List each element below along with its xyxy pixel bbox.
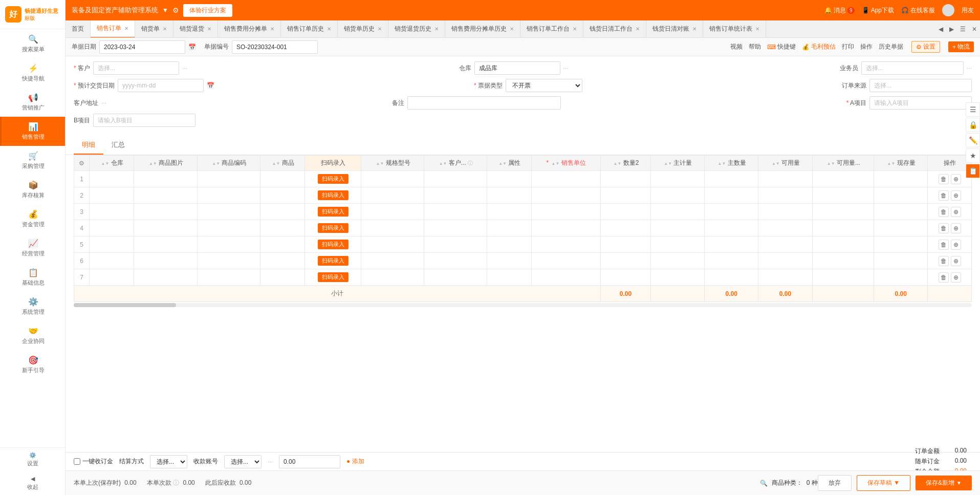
row-3-scan[interactable]: 扫码录入	[305, 204, 361, 220]
salesperson-more-icon[interactable]: ···	[967, 64, 972, 72]
row-1-main-qty[interactable]	[704, 171, 758, 187]
payment-amount-input[interactable]	[279, 455, 340, 468]
tab-close-12[interactable]: ✕	[755, 26, 759, 32]
float-btn-1[interactable]: ☰	[966, 102, 980, 117]
tab-close-9[interactable]: ✕	[573, 26, 577, 32]
tab-12[interactable]: 销售订单统计表✕	[703, 20, 766, 38]
tab-5[interactable]: 销售订单历史✕	[281, 20, 338, 38]
row-4-attr[interactable]	[487, 220, 531, 236]
row-6-code[interactable]	[197, 253, 260, 269]
row-2-code[interactable]	[197, 187, 260, 204]
row-2-main-qty[interactable]	[704, 187, 758, 204]
row-2-available2[interactable]	[812, 187, 874, 204]
toolbar-action-1[interactable]: 帮助	[749, 42, 761, 51]
tab-close-8[interactable]: ✕	[510, 26, 514, 32]
warehouse-more-icon[interactable]: ···	[563, 64, 569, 72]
copy-btn-2[interactable]: ⊕	[951, 190, 961, 201]
settings-top-button[interactable]: ⚙ 设置	[911, 41, 940, 53]
delete-btn-2[interactable]: 🗑	[939, 190, 949, 201]
scan-btn-4[interactable]: 扫码录入	[318, 223, 349, 233]
row-3-warehouse[interactable]	[90, 204, 134, 220]
sidebar-item-销售管理[interactable]: 📊销售管理	[0, 117, 65, 146]
scrollbar-thumb[interactable]	[74, 303, 176, 307]
tab-nav-menu[interactable]: ☰	[957, 20, 969, 38]
copy-btn-3[interactable]: ⊕	[951, 207, 961, 217]
row-1-attr[interactable]	[487, 171, 531, 187]
row-4-scan[interactable]: 扫码录入	[305, 220, 361, 236]
delete-btn-6[interactable]: 🗑	[939, 256, 949, 266]
tab-7[interactable]: 销货退货历史✕	[388, 20, 445, 38]
tab-2[interactable]: 销货单✕	[135, 20, 173, 38]
scan-btn-3[interactable]: 扫码录入	[318, 207, 349, 217]
delivery-calendar-icon[interactable]: 📅	[207, 82, 214, 89]
row-7-main-qty[interactable]	[704, 269, 758, 286]
tab-nav-left[interactable]: ◀	[935, 20, 946, 38]
horizontal-scrollbar[interactable]	[74, 303, 972, 307]
scan-btn-6[interactable]: 扫码录入	[318, 256, 349, 266]
row-5-attr[interactable]	[487, 236, 531, 253]
tab-1[interactable]: 销售订单✕	[91, 20, 135, 38]
customer-more-icon[interactable]: ···	[182, 64, 187, 72]
row-5-customer-code[interactable]	[424, 236, 487, 253]
customer-address-more-icon[interactable]: ···	[101, 99, 106, 106]
delete-btn-3[interactable]: 🗑	[939, 207, 949, 217]
tab-close-3[interactable]: ✕	[207, 26, 211, 32]
row-6-product[interactable]	[260, 253, 305, 269]
row-1-product[interactable]	[260, 171, 305, 187]
row-3-current[interactable]	[874, 204, 928, 220]
float-btn-4[interactable]: ★	[966, 148, 980, 163]
sidebar-item-系统管理[interactable]: ⚙️系统管理	[0, 292, 65, 321]
row-3-product[interactable]	[260, 204, 305, 220]
row-3-qty2[interactable]	[601, 204, 650, 220]
row-3-customer-code[interactable]	[424, 204, 487, 220]
tab-nav-right[interactable]: ▶	[946, 20, 957, 38]
row-6-main-qty[interactable]	[704, 253, 758, 269]
scan-btn-1[interactable]: 扫码录入	[318, 174, 349, 184]
warehouse-input[interactable]	[474, 61, 560, 75]
row-1-customer-code[interactable]	[424, 171, 487, 187]
row-6-attr[interactable]	[487, 253, 531, 269]
row-2-main-unit[interactable]	[650, 187, 704, 204]
remark-input[interactable]	[407, 96, 561, 110]
account-more-icon[interactable]: ···	[268, 458, 273, 465]
row-5-unit[interactable]	[531, 236, 600, 253]
customer-input[interactable]	[93, 61, 179, 75]
row-1-available[interactable]	[758, 171, 812, 187]
row-6-available2[interactable]	[812, 253, 874, 269]
tab-11[interactable]: 钱货日清对账✕	[646, 20, 703, 38]
save-new-button[interactable]: 保存&新增 ▼	[916, 476, 972, 490]
row-7-unit[interactable]	[531, 269, 600, 286]
delete-btn-1[interactable]: 🗑	[939, 174, 949, 184]
row-1-available2[interactable]	[812, 171, 874, 187]
copy-btn-6[interactable]: ⊕	[951, 256, 961, 266]
order-source-input[interactable]	[869, 79, 972, 92]
tab-3[interactable]: 销货退货✕	[173, 20, 218, 38]
sidebar-item-库存核算[interactable]: 📦库存核算	[0, 175, 65, 204]
row-5-warehouse[interactable]	[90, 236, 134, 253]
row-1-scan[interactable]: 扫码录入	[305, 171, 361, 187]
abandon-button[interactable]: 放弃	[818, 475, 852, 491]
user-name-button[interactable]: 用友	[962, 6, 974, 15]
tab-close-1[interactable]: ✕	[124, 26, 128, 31]
account-select[interactable]: 选择...	[224, 455, 262, 468]
row-2-product[interactable]	[260, 187, 305, 204]
copy-btn-5[interactable]: ⊕	[951, 240, 961, 250]
row-1-qty2[interactable]	[601, 171, 650, 187]
row-3-attr[interactable]	[487, 204, 531, 220]
toolbar-action-2[interactable]: ⌨快捷键	[767, 42, 796, 51]
row-2-customer-code[interactable]	[424, 187, 487, 204]
row-5-product[interactable]	[260, 236, 305, 253]
row-2-spec[interactable]	[361, 187, 424, 204]
row-4-main-qty[interactable]	[704, 220, 758, 236]
scan-btn-7[interactable]: 扫码录入	[318, 272, 349, 282]
delete-btn-5[interactable]: 🗑	[939, 240, 949, 250]
add-payment-button[interactable]: ● 添加	[346, 457, 364, 466]
row-4-customer-code[interactable]	[424, 220, 487, 236]
row-3-code[interactable]	[197, 204, 260, 220]
row-5-scan[interactable]: 扫码录入	[305, 236, 361, 253]
online-service-button[interactable]: 🎧 在线客服	[901, 6, 935, 15]
row-6-available[interactable]	[758, 253, 812, 269]
row-4-qty2[interactable]	[601, 220, 650, 236]
row-2-qty2[interactable]	[601, 187, 650, 204]
notification-button[interactable]: 🔔 消息 9	[824, 6, 855, 15]
